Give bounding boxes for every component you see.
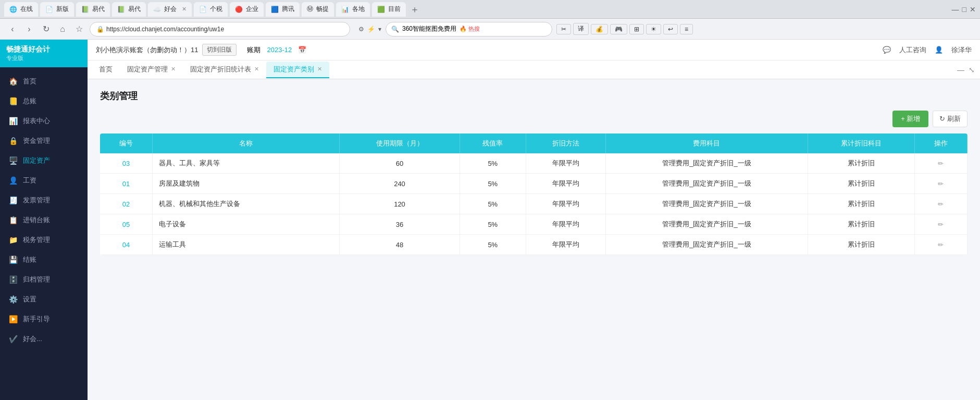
- add-button[interactable]: + 新增: [892, 111, 928, 127]
- cell-code-0[interactable]: 03: [100, 153, 152, 174]
- close-accounts-icon: 💾: [8, 256, 18, 264]
- tab-fixed-assets-category[interactable]: 固定资产类别 ✕: [266, 62, 329, 78]
- edit-button-1[interactable]: ✏: [938, 180, 944, 188]
- sun-button[interactable]: ☀: [646, 24, 661, 34]
- cell-code-1[interactable]: 01: [100, 174, 152, 194]
- tab-close-fixed-assets-management[interactable]: ✕: [171, 66, 176, 72]
- sidebar-label-purchases: 进销台账: [23, 215, 50, 225]
- col-header-action: 操作: [914, 134, 967, 153]
- browser-tab-changtie[interactable]: Ⓜ 畅提: [302, 2, 334, 17]
- tab-expand-button[interactable]: ⤡: [967, 65, 976, 75]
- cell-expense-1: 管理费用_固定资产折旧_一级: [605, 174, 808, 194]
- wallet-button[interactable]: 💰: [591, 24, 608, 34]
- maximize-button[interactable]: □: [962, 5, 966, 14]
- browser-tab-muqian[interactable]: 🟩 目前: [372, 2, 406, 17]
- game-button[interactable]: 🎮: [610, 24, 627, 34]
- sidebar-item-good[interactable]: ✔️ 好会...: [0, 329, 88, 349]
- grid-button[interactable]: ⊞: [629, 24, 644, 34]
- browser-tab-yidai2[interactable]: 📗 易代: [112, 2, 146, 17]
- content-area: 类别管理 + 新增 ↻ 刷新 编号 名称 使用期限（月） 残值率 折旧方法 费用…: [88, 79, 980, 400]
- cell-name-4: 运输工具: [152, 235, 340, 255]
- sidebar-item-purchases[interactable]: 📋 进销台账: [0, 210, 88, 230]
- tab-icon-xinban: 📄: [45, 6, 53, 13]
- sidebar-item-funds[interactable]: 🔒 资金管理: [0, 131, 88, 151]
- sidebar-item-home[interactable]: 🏠 首页: [0, 71, 88, 91]
- reload-button[interactable]: ↻: [40, 23, 52, 35]
- address-input[interactable]: 🔒 https://cloud.chanjet.com/accounting/u…: [90, 22, 350, 37]
- sidebar-item-reports[interactable]: 📊 报表中心: [0, 111, 88, 131]
- tab-icon-qiye: 🔴: [235, 6, 243, 13]
- tab-home[interactable]: 首页: [92, 62, 120, 78]
- bookmark-button[interactable]: ☆: [73, 23, 85, 35]
- browser-tab-tengxun[interactable]: 🟦 腾讯: [266, 2, 300, 17]
- sidebar-label-tax: 税务管理: [23, 235, 50, 245]
- sidebar-item-archive[interactable]: 🗄️ 归档管理: [0, 270, 88, 289]
- minimize-button[interactable]: —: [952, 5, 959, 14]
- menu-button[interactable]: ≡: [680, 24, 693, 34]
- cell-code-4[interactable]: 04: [100, 235, 152, 255]
- cell-method-0: 年限平均: [526, 153, 605, 174]
- new-tab-button[interactable]: ＋: [410, 3, 419, 16]
- search-box[interactable]: 🔍 360智能抠图免费用 🔥 热搜: [386, 22, 552, 37]
- tab-close-depreciation-report[interactable]: ✕: [254, 66, 259, 72]
- tab-fixed-assets-management[interactable]: 固定资产管理 ✕: [120, 62, 183, 78]
- tab-icon-yidai2: 📗: [117, 6, 125, 13]
- cell-code-3[interactable]: 05: [100, 214, 152, 235]
- browser-tab-yidai1[interactable]: 📗 易代: [76, 2, 110, 17]
- logo-sub-text: 专业版: [6, 54, 50, 62]
- cell-residual-2: 5%: [460, 194, 526, 214]
- sidebar-item-invoice[interactable]: 🧾 发票管理: [0, 190, 88, 210]
- sidebar-item-fixed-assets[interactable]: 🖥️ 固定资产: [0, 151, 88, 171]
- cell-code-2[interactable]: 02: [100, 194, 152, 214]
- browser-tab-haohui[interactable]: ☁️ 好会 ✕: [148, 2, 192, 17]
- cell-expense-0: 管理费用_固定资产折旧_一级: [605, 153, 808, 174]
- sidebar-label-settings: 设置: [23, 295, 36, 304]
- cell-period-3: 36: [340, 214, 460, 235]
- sidebar-label-good: 好会...: [23, 334, 42, 344]
- edit-button-0[interactable]: ✏: [938, 160, 944, 167]
- cell-action-4: ✏: [914, 235, 967, 255]
- edit-button-2[interactable]: ✏: [938, 200, 944, 208]
- browser-chrome: 🌐 在线 📄 新版 📗 易代 📗 易代 ☁️ 好会 ✕ 📄 个税 🔴 企业 🟦 …: [0, 0, 980, 19]
- col-header-accum: 累计折旧科目: [808, 134, 915, 153]
- settings-icon: ⚙️: [8, 295, 18, 304]
- browser-tab-xinban[interactable]: 📄 新版: [40, 2, 74, 17]
- col-header-residual: 残值率: [460, 134, 526, 153]
- sidebar-label-ledger: 总账: [23, 96, 36, 106]
- cell-accum-0: 累计折旧: [808, 153, 915, 174]
- sidebar-item-payroll[interactable]: 👤 工资: [0, 171, 88, 190]
- consult-label[interactable]: 人工咨询: [899, 45, 926, 55]
- browser-tab-gedi[interactable]: 📊 各地: [336, 2, 370, 17]
- home-button[interactable]: ⌂: [56, 23, 69, 35]
- back-button[interactable]: ‹: [6, 23, 19, 35]
- tab-close-fixed-assets-category[interactable]: ✕: [317, 66, 322, 72]
- switch-version-button[interactable]: 切到旧版: [202, 44, 237, 56]
- translate-button[interactable]: 译: [573, 23, 589, 35]
- tab-depreciation-report[interactable]: 固定资产折旧统计表 ✕: [183, 62, 266, 78]
- browser-extension-actions: ✂ 译 💰 🎮 ⊞ ☀ ↩ ≡: [556, 23, 693, 35]
- sidebar-item-close-accounts[interactable]: 💾 结账: [0, 250, 88, 270]
- sidebar-item-settings[interactable]: ⚙️ 设置: [0, 289, 88, 309]
- funds-icon: 🔒: [8, 137, 18, 145]
- tab-close-haohui[interactable]: ✕: [182, 6, 187, 13]
- main-content: 刘小艳演示账套（勿删勿动！）11 切到旧版 账期 2023-12 📅 💬 人工咨…: [88, 40, 980, 400]
- edit-button-4[interactable]: ✏: [938, 241, 944, 249]
- table-row: 01 房屋及建筑物 240 5% 年限平均 管理费用_固定资产折旧_一级 累计折…: [100, 174, 967, 194]
- close-button[interactable]: ✕: [970, 5, 976, 14]
- cell-period-4: 48: [340, 235, 460, 255]
- calendar-icon[interactable]: 📅: [298, 46, 306, 54]
- forward-button[interactable]: ›: [23, 23, 35, 35]
- tab-minimize-button[interactable]: —: [956, 65, 965, 75]
- scissors-button[interactable]: ✂: [556, 24, 571, 34]
- user-avatar-icon: 👤: [935, 46, 943, 54]
- ssl-lock-icon: 🔒: [96, 26, 104, 33]
- sidebar-item-guide[interactable]: ▶️ 新手引导: [0, 309, 88, 329]
- undo-button[interactable]: ↩: [663, 24, 678, 34]
- sidebar-item-tax[interactable]: 📁 税务管理: [0, 230, 88, 250]
- browser-tab-geshui[interactable]: 📄 个税: [194, 2, 228, 17]
- edit-button-3[interactable]: ✏: [938, 221, 944, 228]
- refresh-button[interactable]: ↻ 刷新: [933, 111, 967, 127]
- sidebar-item-ledger[interactable]: 📒 总账: [0, 91, 88, 111]
- browser-tab-qiye[interactable]: 🔴 企业: [230, 2, 264, 17]
- browser-tab-zaixin[interactable]: 🌐 在线: [4, 2, 38, 17]
